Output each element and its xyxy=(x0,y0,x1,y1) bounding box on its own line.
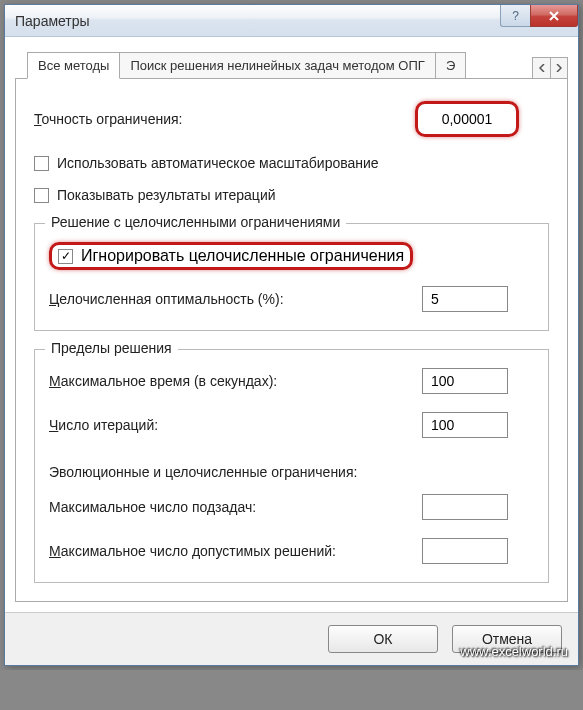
tab-scroll xyxy=(532,57,568,78)
titlebar-text: Параметры xyxy=(15,13,90,29)
chevron-left-icon xyxy=(539,64,545,72)
close-icon xyxy=(548,11,560,21)
precision-highlight xyxy=(415,101,519,137)
titlebar[interactable]: Параметры ? xyxy=(5,5,578,37)
tab-strip: Все методы Поиск решения нелинейных зада… xyxy=(15,51,568,79)
optimality-row: Целочисленная оптимальность (%): xyxy=(49,286,534,312)
iterations-label: Число итераций: xyxy=(49,417,158,433)
tab-panel: Точность ограничения: Использовать автом… xyxy=(15,79,568,602)
ok-button[interactable]: ОК xyxy=(328,625,438,653)
evol-header-label: Эволюционные и целочисленные ограничения… xyxy=(49,464,357,480)
tab-scroll-left[interactable] xyxy=(532,57,550,79)
optimality-input[interactable] xyxy=(422,286,508,312)
titlebar-buttons: ? xyxy=(500,5,578,27)
autoscale-label: Использовать автоматическое масштабирова… xyxy=(57,155,379,171)
limits-group: Пределы решения Максимальное время (в се… xyxy=(34,349,549,583)
solutions-input[interactable] xyxy=(422,538,508,564)
maxtime-input[interactable] xyxy=(422,368,508,394)
tab-all-methods[interactable]: Все методы xyxy=(27,52,120,79)
tab-scroll-right[interactable] xyxy=(550,57,568,79)
precision-label: Точность ограничения: xyxy=(34,111,182,127)
subtasks-input[interactable] xyxy=(422,494,508,520)
subtasks-row: Максимальное число подзадач: xyxy=(49,494,534,520)
evol-header-row: Эволюционные и целочисленные ограничения… xyxy=(49,464,534,480)
chevron-right-icon xyxy=(556,64,562,72)
solutions-row: Максимальное число допустимых решений: xyxy=(49,538,534,564)
subtasks-label: Максимальное число подзадач: xyxy=(49,499,256,515)
ignore-integer-label: Игнорировать целочисленные ограничения xyxy=(81,247,404,265)
maxtime-row: Максимальное время (в секундах): xyxy=(49,368,534,394)
precision-row: Точность ограничения: xyxy=(34,101,549,137)
ignore-highlight: Игнорировать целочисленные ограничения xyxy=(49,242,413,270)
tab-nonlinear[interactable]: Поиск решения нелинейных задач методом О… xyxy=(120,52,435,79)
integer-group-legend: Решение с целочисленными ограничениями xyxy=(45,214,346,230)
integer-group: Решение с целочисленными ограничениями И… xyxy=(34,223,549,331)
precision-input[interactable] xyxy=(424,106,510,132)
iterations-row: Число итераций: xyxy=(49,412,534,438)
help-icon: ? xyxy=(512,9,519,23)
optimality-label: Целочисленная оптимальность (%): xyxy=(49,291,284,307)
tab-evolution[interactable]: Э xyxy=(436,52,466,79)
showiter-label: Показывать результаты итераций xyxy=(57,187,276,203)
maxtime-label: Максимальное время (в секундах): xyxy=(49,373,277,389)
ignore-integer-checkbox[interactable] xyxy=(58,249,73,264)
dialog-window: Параметры ? Все методы Поиск решения нел… xyxy=(4,4,579,666)
autoscale-row: Использовать автоматическое масштабирова… xyxy=(34,155,549,171)
dialog-content: Все методы Поиск решения нелинейных зада… xyxy=(5,37,578,612)
limits-legend: Пределы решения xyxy=(45,340,178,356)
showiter-checkbox[interactable] xyxy=(34,188,49,203)
close-button[interactable] xyxy=(530,5,578,27)
autoscale-checkbox[interactable] xyxy=(34,156,49,171)
help-button[interactable]: ? xyxy=(500,5,530,27)
solutions-label: Максимальное число допустимых решений: xyxy=(49,543,336,559)
showiter-row: Показывать результаты итераций xyxy=(34,187,549,203)
watermark: www.excelworld.ru xyxy=(460,644,568,659)
iterations-input[interactable] xyxy=(422,412,508,438)
